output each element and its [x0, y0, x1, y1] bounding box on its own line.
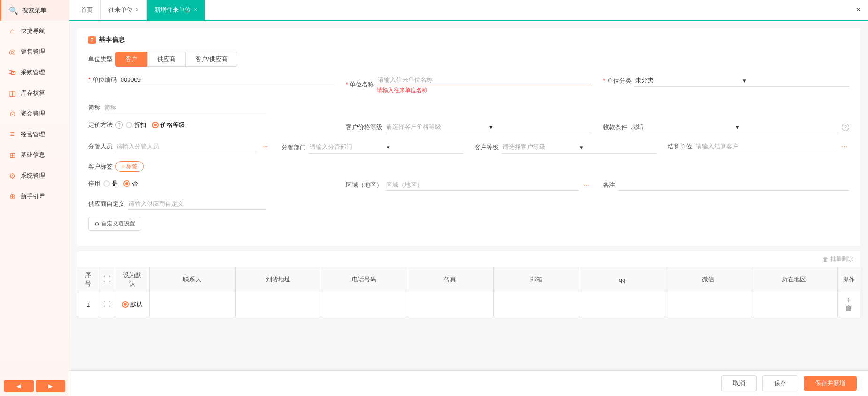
payment-help-icon[interactable]: ?	[842, 124, 849, 131]
row-phone-input[interactable]	[326, 301, 402, 308]
col-seq: 序号	[77, 267, 99, 292]
sidebar-item-purchase[interactable]: 🛍 采购管理	[0, 62, 69, 83]
manager-row: 分管人员 ··· 分管部门 请输入分管部门 ▾ 客户等级 请选择客户等级 ▾	[88, 141, 849, 154]
payment-terms-label: 收款条件	[603, 123, 627, 132]
manager-input[interactable]	[115, 141, 257, 152]
manager-more-btn[interactable]: ···	[260, 142, 270, 151]
pricing-help-icon[interactable]: ?	[115, 121, 123, 129]
col-region: 所在地区	[751, 267, 837, 292]
sidebar-item-operation[interactable]: ≡ 经营管理	[0, 124, 69, 145]
unit-type-label: 单位类型	[88, 55, 113, 63]
save-new-button[interactable]: 保存并新增	[804, 376, 857, 391]
sidebar-item-guide[interactable]: ⊕ 新手引导	[0, 186, 69, 207]
sidebar-item-quicknav[interactable]: ⌂ 快捷导航	[0, 21, 69, 41]
row-default-circle	[122, 301, 129, 308]
customer-level-select[interactable]: 请选择客户等级 ▾	[502, 141, 656, 154]
shortname-row: 简称	[88, 102, 849, 113]
row-contact-input[interactable]	[154, 301, 230, 308]
tab-bar: 首页 往来单位 × 新增往来单位 × ×	[69, 0, 868, 21]
table-header-row: 序号 设为默认 联系人 到货地址 电话号码 传真 邮箱 qq 微信 所在地区 操…	[77, 267, 860, 292]
short-name-input[interactable]	[103, 102, 266, 113]
row-address[interactable]	[235, 292, 321, 317]
sidebar-expand-btn[interactable]: ▶	[36, 380, 66, 392]
region-more-btn[interactable]: ···	[582, 181, 592, 189]
tab-home[interactable]: 首页	[73, 0, 101, 20]
pricing-discount-option[interactable]: 折扣	[126, 121, 146, 129]
pricing-level-option[interactable]: 价格等级	[152, 121, 185, 129]
sidebar-item-inventory[interactable]: ◫ 库存核算	[0, 83, 69, 103]
unit-category-select[interactable]: 未分类 ▾	[634, 74, 849, 87]
row-add-btn[interactable]: +	[846, 296, 851, 304]
custom-settings-btn[interactable]: ⚙ 自定义项设置	[88, 217, 141, 231]
payment-terms-value: 现结	[631, 123, 733, 131]
sidebar-collapse-btn[interactable]: ◀	[4, 380, 34, 392]
row-wechat[interactable]	[665, 292, 751, 317]
save-button[interactable]: 保存	[762, 375, 798, 391]
disabled-no-option[interactable]: 否	[123, 179, 138, 188]
pricing-level-label: 价格等级	[160, 121, 185, 129]
tags-label: 客户标签	[88, 163, 113, 171]
tab-counterparty-close[interactable]: ×	[136, 7, 139, 13]
sidebar-item-search[interactable]: 🔍 搜索菜单	[0, 0, 69, 21]
tab-new-counterparty[interactable]: 新增往来单位 ×	[147, 0, 205, 20]
unit-type-both-btn[interactable]: 客户/供应商	[185, 52, 237, 67]
settlement-more-btn[interactable]: ···	[839, 142, 849, 151]
row-phone[interactable]	[321, 292, 407, 317]
cancel-button[interactable]: 取消	[721, 375, 757, 391]
col-check	[99, 267, 115, 292]
sidebar-item-basic[interactable]: ⊞ 基础信息	[0, 145, 69, 165]
select-all-checkbox[interactable]	[104, 276, 110, 282]
batch-delete-btn[interactable]: 🗑 批量删除	[823, 255, 853, 263]
sidebar-item-label: 采购管理	[21, 68, 45, 77]
short-name-field: 简称	[88, 102, 266, 113]
row-fax-input[interactable]	[412, 301, 488, 308]
customer-price-level-label: 客户价格等级	[346, 123, 382, 132]
settlement-input[interactable]	[695, 141, 837, 152]
disabled-yes-option[interactable]: 是	[103, 179, 118, 188]
department-select[interactable]: 请输入分管部门 ▾	[309, 141, 464, 154]
row-qq-input[interactable]	[584, 301, 660, 308]
customer-price-level-select[interactable]: 请选择客户价格等级 ▾	[385, 121, 592, 133]
row-qq[interactable]	[579, 292, 665, 317]
col-action: 操作	[837, 267, 860, 292]
tab-counterparty[interactable]: 往来单位 ×	[101, 0, 147, 20]
tabs-close-all-btn[interactable]: ×	[853, 4, 864, 16]
unit-type-supplier-btn[interactable]: 供应商	[147, 52, 185, 67]
sidebar-item-finance[interactable]: ⊙ 资金管理	[0, 103, 69, 124]
row-default-radio[interactable]: 默认	[120, 300, 144, 309]
unit-name-input[interactable]	[377, 74, 592, 85]
row-contact[interactable]	[149, 292, 235, 317]
row-email-input[interactable]	[498, 301, 574, 308]
row-checkbox[interactable]	[104, 301, 110, 307]
row-wechat-input[interactable]	[670, 301, 746, 308]
remark-input[interactable]	[618, 179, 849, 191]
unit-category-value: 未分类	[635, 76, 741, 85]
row-address-input[interactable]	[240, 301, 316, 308]
region-input[interactable]	[385, 179, 579, 191]
supplier-custom-input[interactable]	[128, 198, 266, 210]
operation-icon: ≡	[8, 130, 17, 139]
sidebar-item-label: 系统管理	[21, 171, 45, 180]
col-default: 设为默认	[115, 267, 149, 292]
row-email[interactable]	[493, 292, 579, 317]
row-fax[interactable]	[407, 292, 493, 317]
remark-label: 备注	[603, 181, 615, 189]
unit-type-customer-btn[interactable]: 客户	[115, 52, 147, 67]
sidebar-item-system[interactable]: ⚙ 系统管理	[0, 165, 69, 186]
contact-table: 序号 设为默认 联系人 到货地址 电话号码 传真 邮箱 qq 微信 所在地区 操…	[77, 267, 860, 317]
row-del-btn[interactable]: 🗑	[845, 304, 853, 313]
basic-info-card: F 基本信息 单位类型 客户 供应商 客户/供应商 单位编码	[77, 28, 860, 246]
guide-icon: ⊕	[8, 192, 17, 201]
disabled-yes-circle	[103, 180, 110, 187]
tags-row: 客户标签 + 标签	[88, 161, 849, 172]
row-region[interactable]	[751, 292, 837, 317]
custom-settings-icon: ⚙	[94, 221, 99, 227]
unit-code-input[interactable]	[120, 74, 335, 85]
row-seq: 1	[77, 292, 99, 317]
tab-new-counterparty-close[interactable]: ×	[194, 7, 197, 13]
add-tag-btn[interactable]: + 标签	[115, 161, 144, 172]
pricing-discount-circle	[126, 122, 132, 128]
payment-terms-select[interactable]: 现结 ▾	[630, 121, 839, 133]
row-region-input[interactable]	[756, 301, 832, 308]
sidebar-item-sales[interactable]: ◎ 销售管理	[0, 41, 69, 62]
